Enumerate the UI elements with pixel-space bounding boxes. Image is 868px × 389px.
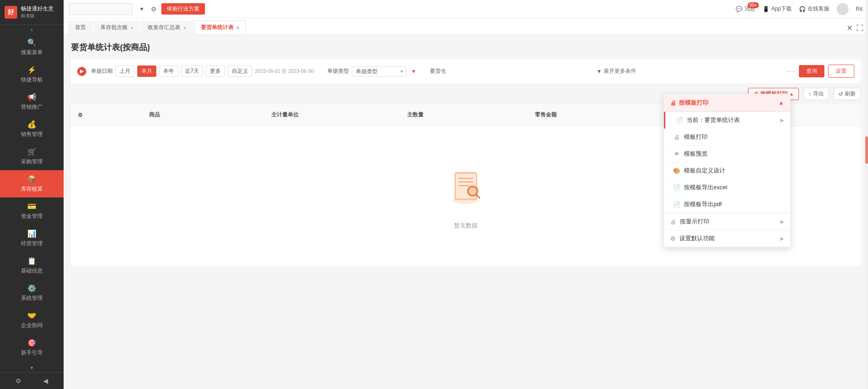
date-more-btn[interactable]: 更多 bbox=[206, 66, 225, 77]
scrollbar-thumb bbox=[865, 136, 868, 164]
template-pdf-icon: 📄 bbox=[673, 201, 680, 208]
tab-collection-summary[interactable]: 收发存汇总表 × bbox=[141, 20, 193, 34]
template-excel-icon: 📄 bbox=[673, 184, 680, 191]
settings-btn[interactable]: 设置 bbox=[828, 65, 854, 78]
sidebar-item-purchase[interactable]: 🛒 采购管理 bbox=[0, 143, 64, 170]
sidebar-item-operation[interactable]: 📊 经营管理 bbox=[0, 225, 64, 252]
dropdown-expand-arrow[interactable]: ▲ bbox=[778, 100, 784, 106]
sidebar-item-inventory[interactable]: 📦 库存核算 bbox=[0, 170, 64, 197]
date-7days-btn[interactable]: 近7天 bbox=[181, 66, 203, 77]
table-settings-col[interactable]: ⚙ bbox=[71, 108, 89, 122]
dropdown-template-pdf[interactable]: 📄 按模板导出pdf bbox=[664, 196, 790, 213]
sidebar-item-sales[interactable]: 💰 销售管理 bbox=[0, 116, 64, 143]
tab-close-order-stats[interactable]: × bbox=[236, 25, 239, 30]
filter-right: ··· 查询 设置 bbox=[787, 65, 854, 78]
online-service-icon: 🎧 bbox=[799, 6, 806, 12]
sidebar-item-guide[interactable]: 🎯 新手引导 bbox=[0, 334, 64, 361]
logo-icon: 好 bbox=[5, 6, 17, 19]
dropdown-template-print[interactable]: 🖨 模板打印 bbox=[664, 129, 790, 146]
message-badge: 99+ bbox=[748, 2, 759, 8]
table-col-amount: 零售金额 bbox=[480, 107, 611, 122]
date-this-year-btn[interactable]: 本年 bbox=[159, 66, 178, 77]
type-dropdown-arrow[interactable]: ▼ bbox=[411, 68, 416, 75]
sidebar: 好 畅捷通好生意 标准版 ▲ 🔍 搜索菜单 ⚡ 快捷导航 📢 营销推广 💰 销售… bbox=[0, 0, 64, 389]
sidebar-scroll-up[interactable]: ▲ bbox=[30, 27, 34, 32]
empty-illustration bbox=[443, 163, 489, 217]
user-avatar[interactable] bbox=[837, 3, 848, 15]
dropdown-template-excel[interactable]: 📄 按模板导出excel bbox=[664, 179, 790, 196]
sidebar-item-collab[interactable]: 🤝 企业协同 bbox=[0, 307, 64, 334]
right-scrollbar[interactable] bbox=[865, 0, 868, 389]
tab-close-all-icon[interactable]: ✕ bbox=[847, 24, 853, 32]
display-print-icon: 🖨 bbox=[670, 218, 676, 225]
topbar: ▼ ⚙ 体验行业方案 💬 消息 99+ 📱 App下载 🎧 在线客服 Rit bbox=[64, 0, 868, 18]
date-this-month-btn[interactable]: 本月 bbox=[137, 66, 156, 77]
sales-icon: 💰 bbox=[27, 120, 36, 129]
sidebar-item-system[interactable]: ⚙️ 系统管理 bbox=[0, 279, 64, 307]
tab-home[interactable]: 首页 bbox=[68, 20, 93, 34]
dropdown-current-template[interactable]: 📄 当前：要货单统计表 ▶ bbox=[664, 112, 790, 129]
sidebar-item-shortcut[interactable]: ⚡ 快捷导航 bbox=[0, 61, 64, 88]
dropdown-header: 🖨 按模板打印 ▲ bbox=[664, 94, 790, 112]
date-range-label: 2023-06-01 至 2023-06-30 bbox=[255, 68, 314, 75]
require-filter-label: 要货仓 bbox=[430, 67, 446, 75]
topbar-gear-icon[interactable]: ⚙ bbox=[151, 5, 157, 13]
table-col-unit: 主计量单位 bbox=[219, 107, 350, 122]
refresh-btn[interactable]: ↺ 刷新 bbox=[833, 88, 861, 100]
expand-more-btn[interactable]: ▼ 展开更多条件 bbox=[591, 66, 642, 77]
dropdown-printer-icon: 🖨 bbox=[670, 100, 676, 106]
dropdown-template-design[interactable]: 🎨 模板自定义设计 bbox=[664, 162, 790, 179]
basic-icon: 📋 bbox=[27, 257, 36, 265]
tab-inventory-batch[interactable]: 库存批次账 × bbox=[94, 20, 140, 34]
default-func-icon: ⚙ bbox=[670, 235, 676, 242]
username-label: Rit bbox=[856, 6, 863, 12]
sidebar-menu: 🔍 搜索菜单 ⚡ 快捷导航 📢 营销推广 💰 销售管理 🛒 采购管理 📦 库存核… bbox=[0, 34, 64, 364]
page-title: 要货单统计表(按商品) bbox=[71, 42, 861, 53]
sidebar-item-basic[interactable]: 📋 基础信息 bbox=[0, 252, 64, 279]
print-dropdown-menu: 🖨 按模板打印 ▲ 📄 当前：要货单统计表 ▶ 🖨 模板打印 👁 模板预览 🎨 bbox=[663, 94, 791, 248]
date-last-month-btn[interactable]: 上月 bbox=[115, 66, 135, 77]
tab-expand-icon[interactable]: ⛶ bbox=[856, 24, 863, 32]
tab-close-inventory-batch[interactable]: × bbox=[130, 25, 133, 30]
topbar-search-input[interactable] bbox=[69, 3, 133, 15]
type-select-wrapper: 单据类型 bbox=[352, 66, 406, 76]
expand-down-icon: ▼ bbox=[597, 68, 602, 75]
table-col-quantity: 主数量 bbox=[350, 107, 480, 122]
query-btn[interactable]: 查询 bbox=[799, 65, 824, 77]
trial-btn[interactable]: 体验行业方案 bbox=[161, 3, 205, 15]
sidebar-item-search[interactable]: 🔍 搜索菜单 bbox=[0, 34, 64, 61]
table-col-product: 商品 bbox=[89, 107, 219, 122]
topbar-dropdown-btn[interactable]: ▼ bbox=[137, 5, 146, 14]
shortcut-icon: ⚡ bbox=[27, 66, 36, 74]
display-print-arrow: ▶ bbox=[780, 219, 784, 225]
type-select[interactable]: 单据类型 bbox=[352, 66, 406, 76]
dropdown-template-preview[interactable]: 👁 模板预览 bbox=[664, 146, 790, 162]
date-custom-btn[interactable]: 自定义 bbox=[228, 66, 252, 77]
dropdown-display-print[interactable]: 🖨 按显示打印 ▶ bbox=[664, 213, 790, 230]
sidebar-item-finance[interactable]: 💳 资金管理 bbox=[0, 197, 64, 225]
sidebar-scroll-down[interactable]: ▼ bbox=[30, 365, 34, 370]
app-logo: 好 畅捷通好生意 标准版 bbox=[0, 0, 64, 25]
export-btn[interactable]: ↑ 导出 bbox=[803, 88, 829, 100]
require-filter-section: 要货仓 bbox=[430, 67, 446, 75]
filter-expand-arrow[interactable]: ▶ bbox=[77, 67, 86, 76]
sidebar-settings-btn[interactable]: ⚙ bbox=[15, 377, 21, 384]
dropdown-default-func[interactable]: ⚙ 设置默认功能 ▶ bbox=[664, 230, 790, 247]
template-preview-icon: 👁 bbox=[673, 151, 680, 157]
app-download-icon: 📱 bbox=[763, 6, 769, 12]
type-filter-section: 单据类型 单据类型 ▼ bbox=[327, 66, 416, 76]
tab-close-collection-summary[interactable]: × bbox=[183, 25, 186, 30]
message-btn[interactable]: 💬 消息 99+ bbox=[736, 5, 755, 13]
sidebar-item-marketing[interactable]: 📢 营销推广 bbox=[0, 88, 64, 116]
dropdown-title: 🖨 按模板打印 bbox=[670, 99, 708, 107]
empty-text: 暂无数据 bbox=[454, 222, 478, 230]
tab-order-stats[interactable]: 要货单统计表 × bbox=[194, 20, 246, 34]
template-print-icon: 🖨 bbox=[673, 134, 680, 141]
online-service-btn[interactable]: 🎧 在线客服 bbox=[799, 5, 829, 13]
more-options-btn[interactable]: ··· bbox=[787, 67, 795, 76]
app-download-btn[interactable]: 📱 App下载 bbox=[763, 5, 792, 13]
topbar-right: 💬 消息 99+ 📱 App下载 🎧 在线客服 Rit bbox=[736, 3, 863, 15]
current-template-arrow: ▶ bbox=[780, 117, 784, 123]
sidebar-collapse-btn[interactable]: ◀ bbox=[43, 377, 48, 384]
template-design-icon: 🎨 bbox=[673, 167, 680, 174]
